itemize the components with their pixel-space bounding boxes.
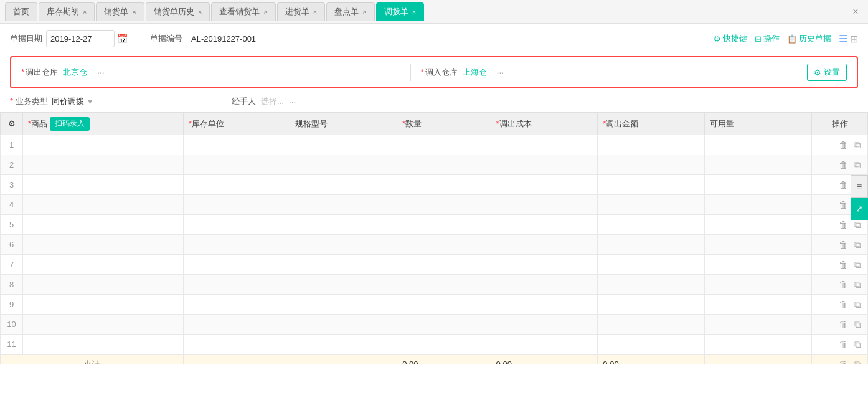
copy-row-btn[interactable]: ⧉ — [853, 299, 862, 310]
doc-date-input[interactable] — [46, 30, 115, 47]
row-available[interactable] — [705, 175, 812, 195]
row-cost[interactable] — [491, 275, 598, 295]
delete-row-btn[interactable]: 🗑 — [837, 239, 849, 250]
row-spec[interactable] — [290, 255, 397, 275]
row-product[interactable] — [23, 215, 184, 235]
row-unit[interactable] — [183, 275, 290, 295]
tab-transfer[interactable]: 调拨单× — [376, 2, 424, 21]
row-qty[interactable] — [397, 275, 491, 295]
row-unit[interactable] — [183, 315, 290, 335]
view-toggle[interactable]: ☰ ⊞ — [839, 33, 858, 45]
row-spec[interactable] — [290, 235, 397, 255]
out-warehouse-value[interactable]: 北京仓 — [63, 67, 87, 78]
row-available[interactable] — [705, 275, 812, 295]
row-unit[interactable] — [183, 135, 290, 155]
calendar-icon[interactable]: 📅 — [117, 34, 128, 44]
tab-close-sales-history[interactable]: × — [198, 8, 202, 16]
row-available[interactable] — [705, 155, 812, 175]
row-spec[interactable] — [290, 175, 397, 195]
in-warehouse-more-btn[interactable]: ··· — [497, 67, 504, 77]
row-product[interactable] — [23, 155, 184, 175]
tab-purchase-order[interactable]: 进货单× — [277, 2, 325, 21]
row-cost[interactable] — [491, 175, 598, 195]
operation-btn[interactable]: ⊞ 操作 — [755, 33, 780, 44]
row-amount[interactable] — [598, 235, 705, 255]
business-type-select[interactable]: 同价调拨 ▼ — [52, 96, 176, 107]
row-product[interactable] — [23, 235, 184, 255]
copy-row-btn[interactable]: ⧉ — [853, 279, 862, 290]
row-qty[interactable] — [397, 315, 491, 335]
side-expand-btn[interactable]: ⤢ — [851, 198, 868, 220]
tab-close-sales-order[interactable]: × — [132, 8, 136, 16]
row-available[interactable] — [705, 235, 812, 255]
tab-close-view-sales[interactable]: × — [263, 8, 267, 16]
row-unit[interactable] — [183, 335, 290, 355]
copy-row-btn[interactable]: ⧉ — [853, 140, 862, 151]
delete-row-btn[interactable]: 🗑 — [837, 339, 849, 350]
row-unit[interactable] — [183, 215, 290, 235]
row-available[interactable] — [705, 195, 812, 215]
row-cost[interactable] — [491, 295, 598, 315]
tab-inventory-check[interactable]: 盘点单× — [326, 2, 374, 21]
window-close-button[interactable]: × — [848, 4, 863, 19]
row-available[interactable] — [705, 335, 812, 355]
row-amount[interactable] — [598, 335, 705, 355]
side-list-btn[interactable]: ≡ — [851, 175, 868, 198]
row-available[interactable] — [705, 135, 812, 155]
row-available[interactable] — [705, 215, 812, 235]
row-amount[interactable] — [598, 135, 705, 155]
delete-row-btn[interactable]: 🗑 — [837, 259, 849, 270]
row-spec[interactable] — [290, 155, 397, 175]
settings-button[interactable]: ⚙ 设置 — [807, 64, 847, 81]
row-product[interactable] — [23, 135, 184, 155]
delete-row-btn[interactable]: 🗑 — [837, 299, 849, 310]
delete-row-btn[interactable]: 🗑 — [837, 219, 849, 230]
row-qty[interactable] — [397, 335, 491, 355]
copy-row-btn[interactable]: ⧉ — [853, 219, 862, 231]
scan-btn[interactable]: 扫码录入 — [50, 117, 90, 131]
row-cost[interactable] — [491, 135, 598, 155]
out-warehouse-more-btn[interactable]: ··· — [97, 67, 105, 77]
row-product[interactable] — [23, 295, 184, 315]
row-qty[interactable] — [397, 155, 491, 175]
row-unit[interactable] — [183, 195, 290, 215]
row-product[interactable] — [23, 335, 184, 355]
row-qty[interactable] — [397, 175, 491, 195]
row-spec[interactable] — [290, 215, 397, 235]
row-unit[interactable] — [183, 235, 290, 255]
history-btn[interactable]: 📋 历史单据 — [787, 33, 831, 44]
row-qty[interactable] — [397, 235, 491, 255]
row-unit[interactable] — [183, 255, 290, 275]
row-amount[interactable] — [598, 315, 705, 335]
shortcut-btn[interactable]: ⚙ 快捷键 — [714, 33, 747, 44]
row-qty[interactable] — [397, 295, 491, 315]
row-cost[interactable] — [491, 215, 598, 235]
subtotal-delete-btn[interactable]: 🗑 — [837, 359, 849, 364]
row-qty[interactable] — [397, 215, 491, 235]
tab-home[interactable]: 首页 — [5, 2, 37, 21]
row-amount[interactable] — [598, 175, 705, 195]
row-cost[interactable] — [491, 315, 598, 335]
copy-row-btn[interactable]: ⧉ — [853, 159, 862, 171]
tab-close-transfer[interactable]: × — [412, 8, 416, 16]
person-more-btn[interactable]: ··· — [289, 97, 296, 107]
row-product[interactable] — [23, 315, 184, 335]
row-spec[interactable] — [290, 195, 397, 215]
tab-view-sales[interactable]: 查看销货单× — [211, 2, 275, 21]
row-spec[interactable] — [290, 295, 397, 315]
row-spec[interactable] — [290, 135, 397, 155]
row-amount[interactable] — [598, 255, 705, 275]
row-product[interactable] — [23, 255, 184, 275]
row-available[interactable] — [705, 295, 812, 315]
row-cost[interactable] — [491, 235, 598, 255]
delete-row-btn[interactable]: 🗑 — [837, 159, 849, 170]
row-qty[interactable] — [397, 255, 491, 275]
subtotal-copy-btn[interactable]: ⧉ — [853, 359, 862, 364]
tab-sales-history[interactable]: 销货单历史× — [146, 2, 210, 21]
tab-close-purchase-order[interactable]: × — [313, 8, 317, 16]
in-warehouse-value[interactable]: 上海仓 — [463, 67, 487, 78]
copy-row-btn[interactable]: ⧉ — [853, 319, 862, 330]
delete-row-btn[interactable]: 🗑 — [837, 140, 849, 150]
row-available[interactable] — [705, 315, 812, 335]
person-select[interactable]: 选择... — [261, 96, 284, 107]
